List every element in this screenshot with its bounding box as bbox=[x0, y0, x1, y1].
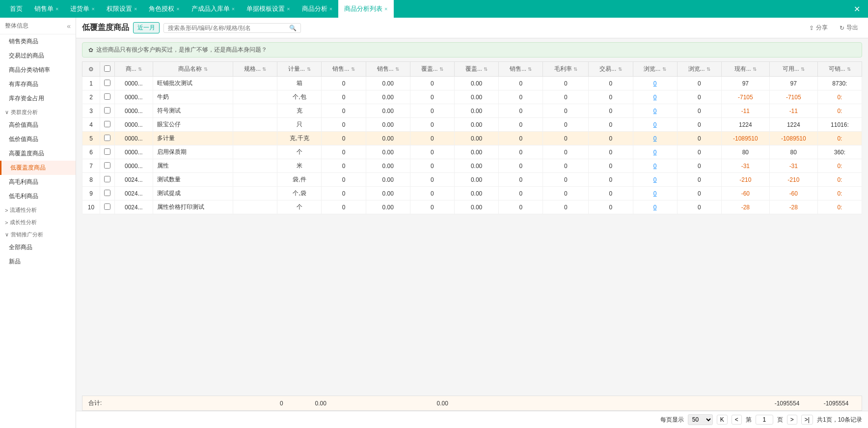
col-gross-rate[interactable]: 毛利率 ⇅ bbox=[543, 62, 589, 77]
nav-analysis[interactable]: 商品分析 × bbox=[296, 0, 338, 18]
sidebar-section-growth[interactable]: > 成长性分析 bbox=[0, 216, 76, 228]
cell-spec bbox=[233, 159, 277, 173]
col-current[interactable]: 现有... ⇅ bbox=[721, 62, 769, 77]
cell-cover1: 0 bbox=[410, 159, 454, 173]
last-page-button[interactable]: >| bbox=[801, 415, 813, 425]
cell-browse1[interactable]: 0 bbox=[633, 145, 677, 159]
footer-total: 合计: 0 0.00 0.00 -1095554 -1095554 bbox=[82, 396, 862, 411]
sidebar-item-category-rate[interactable]: 商品分类动销率 bbox=[0, 63, 76, 77]
col-cover2[interactable]: 覆盖... ⇅ bbox=[454, 62, 498, 77]
cell-sales3: 0 bbox=[499, 145, 543, 159]
cell-name: 多计量 bbox=[153, 132, 233, 145]
nav-home[interactable]: 首页 bbox=[4, 0, 28, 18]
nav-production[interactable]: 产成品入库单 × bbox=[186, 0, 241, 18]
sidebar-item-all-products[interactable]: 全部商品 bbox=[0, 240, 76, 255]
sidebar-item-low-value[interactable]: 低价值商品 bbox=[0, 132, 76, 146]
cell-browse1[interactable]: 0 bbox=[633, 90, 677, 104]
cell-checkbox[interactable] bbox=[100, 104, 115, 118]
col-checkbox[interactable] bbox=[100, 62, 115, 77]
cell-checkbox[interactable] bbox=[100, 90, 115, 104]
sidebar-item-high-value[interactable]: 高价值商品 bbox=[0, 118, 76, 132]
cell-cover1: 0 bbox=[410, 118, 454, 132]
total-sales-qty: 0 bbox=[267, 400, 296, 407]
col-spec[interactable]: 规格... ⇅ bbox=[233, 62, 277, 77]
cell-code: 0000... bbox=[115, 159, 153, 173]
nav-sales-close[interactable]: × bbox=[55, 6, 58, 12]
cell-browse1[interactable]: 0 bbox=[633, 187, 677, 200]
nav-purchase-close[interactable]: × bbox=[91, 6, 94, 12]
nav-template[interactable]: 单据模板设置 × bbox=[241, 0, 296, 18]
sidebar-section-marketing[interactable]: ∨ 营销推广分析 bbox=[0, 228, 76, 240]
cell-unit: 个 bbox=[277, 200, 322, 214]
col-browse2[interactable]: 浏览... ⇅ bbox=[677, 62, 721, 77]
export-button[interactable]: ↻ 导出 bbox=[836, 22, 862, 34]
cell-checkbox[interactable] bbox=[100, 77, 115, 90]
sidebar-item-high-coverage[interactable]: 高覆盖度商品 bbox=[0, 146, 76, 161]
next-page-button[interactable]: > bbox=[787, 415, 797, 425]
filter-period-button[interactable]: 近一月 bbox=[133, 22, 160, 33]
cell-trans: 0 bbox=[589, 77, 633, 90]
table-container[interactable]: ⚙ 商... ⇅ 商品名称 ⇅ 规格... ⇅ 计量... ⇅ 销售... ⇅ … bbox=[82, 61, 862, 396]
cell-browse1[interactable]: 0 bbox=[633, 118, 677, 132]
nav-template-close[interactable]: × bbox=[287, 6, 290, 12]
col-sales3[interactable]: 销售... ⇅ bbox=[499, 62, 543, 77]
col-unit[interactable]: 计量... ⇅ bbox=[277, 62, 322, 77]
info-icon: ✿ bbox=[88, 47, 93, 54]
col-sellable[interactable]: 可销... ⇅ bbox=[817, 62, 862, 77]
nav-analysis-list-close[interactable]: × bbox=[384, 6, 387, 12]
per-page-select[interactable]: 50 100 200 bbox=[688, 414, 713, 425]
share-button[interactable]: ⇪ 分享 bbox=[805, 22, 832, 34]
cell-checkbox[interactable] bbox=[100, 200, 115, 214]
col-code[interactable]: 商... ⇅ bbox=[115, 62, 153, 77]
col-settings[interactable]: ⚙ bbox=[82, 62, 100, 77]
window-close-button[interactable]: ✕ bbox=[850, 4, 864, 14]
cell-sellable: 8730: bbox=[817, 77, 862, 90]
nav-permissions-close[interactable]: × bbox=[134, 6, 137, 12]
nav-roles[interactable]: 角色授权 × bbox=[143, 0, 185, 18]
cell-no: 2 bbox=[82, 90, 100, 104]
cell-browse1[interactable]: 0 bbox=[633, 104, 677, 118]
col-cover1[interactable]: 覆盖... ⇅ bbox=[410, 62, 454, 77]
nav-analysis-close[interactable]: × bbox=[329, 6, 332, 12]
nav-sales[interactable]: 销售单 × bbox=[28, 0, 64, 18]
col-name[interactable]: 商品名称 ⇅ bbox=[153, 62, 233, 77]
cell-checkbox[interactable] bbox=[100, 187, 115, 200]
col-browse1[interactable]: 浏览... ⇅ bbox=[633, 62, 677, 77]
nav-permissions[interactable]: 权限设置 × bbox=[101, 0, 143, 18]
cell-browse1[interactable]: 0 bbox=[633, 77, 677, 90]
sidebar-item-in-stock[interactable]: 有库存商品 bbox=[0, 77, 76, 91]
sidebar-section-circulation[interactable]: > 流通性分析 bbox=[0, 203, 76, 216]
cell-browse1[interactable]: 0 bbox=[633, 132, 677, 145]
cell-checkbox[interactable] bbox=[100, 132, 115, 145]
col-sales-qty[interactable]: 销售... ⇅ bbox=[322, 62, 366, 77]
cell-checkbox[interactable] bbox=[100, 118, 115, 132]
nav-roles-close[interactable]: × bbox=[176, 6, 179, 12]
sidebar-item-sales-products[interactable]: 销售类商品 bbox=[0, 34, 76, 49]
nav-analysis-list[interactable]: 商品分析列表 × bbox=[338, 0, 393, 18]
cell-checkbox[interactable] bbox=[100, 159, 115, 173]
col-available[interactable]: 可用... ⇅ bbox=[769, 62, 817, 77]
sidebar-section-cluster[interactable]: ∨ 类群度分析 bbox=[0, 106, 76, 118]
sidebar-item-low-profit[interactable]: 低毛利商品 bbox=[0, 189, 76, 203]
col-trans[interactable]: 交易... ⇅ bbox=[589, 62, 633, 77]
cell-checkbox[interactable] bbox=[100, 145, 115, 159]
sidebar-collapse-button[interactable]: « bbox=[67, 22, 71, 30]
sidebar-item-low-coverage[interactable]: 低覆盖度商品 bbox=[0, 161, 76, 175]
col-sales-amt[interactable]: 销售... ⇅ bbox=[366, 62, 410, 77]
sidebar-item-new-products[interactable]: 新品 bbox=[0, 255, 76, 269]
sidebar-item-traded[interactable]: 交易过的商品 bbox=[0, 49, 76, 63]
sidebar-title: 整体信息 bbox=[5, 22, 28, 30]
first-page-button[interactable]: K bbox=[717, 415, 728, 425]
select-all-checkbox[interactable] bbox=[104, 65, 110, 72]
cell-browse1[interactable]: 0 bbox=[633, 200, 677, 214]
cell-browse1[interactable]: 0 bbox=[633, 159, 677, 173]
page-number-input[interactable] bbox=[756, 415, 773, 425]
cell-browse1[interactable]: 0 bbox=[633, 173, 677, 187]
nav-purchase[interactable]: 进货单 × bbox=[64, 0, 100, 18]
sidebar-item-capital[interactable]: 库存资金占用 bbox=[0, 91, 76, 106]
cell-checkbox[interactable] bbox=[100, 173, 115, 187]
search-input[interactable] bbox=[168, 25, 289, 31]
nav-production-close[interactable]: × bbox=[232, 6, 235, 12]
prev-page-button[interactable]: < bbox=[732, 415, 742, 425]
sidebar-item-high-profit[interactable]: 高毛利商品 bbox=[0, 175, 76, 189]
